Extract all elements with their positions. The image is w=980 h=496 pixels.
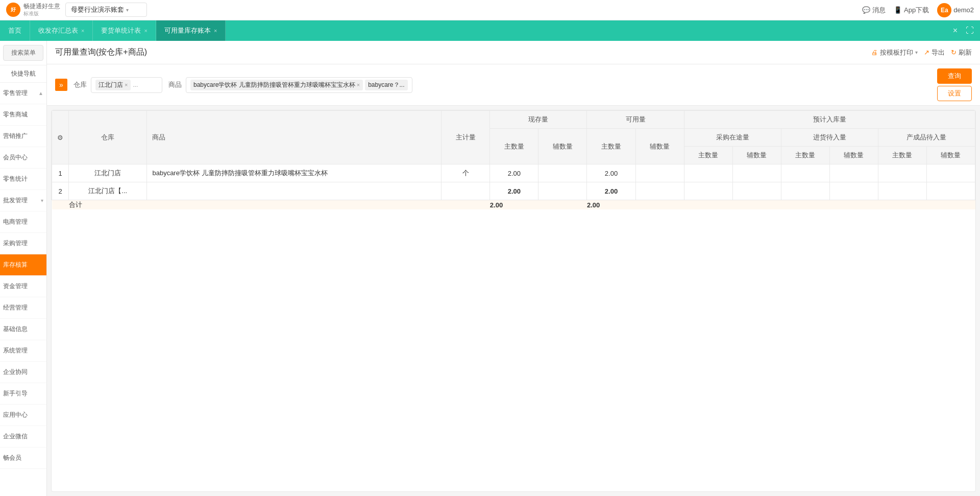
sidebar-item-enterprise-wx[interactable]: 企业微信	[0, 426, 46, 447]
warehouse-more-btn[interactable]: ...	[133, 81, 138, 88]
data-table: ⚙ 仓库 商品 主计量 现存量 可用量 预计入库量 主数量 辅数量 主数量 辅数…	[52, 110, 975, 209]
sidebar-item-operations[interactable]: 经营管理	[0, 297, 46, 319]
sidebar-item-ecommerce-label: 电商管理	[3, 218, 28, 226]
cell-available-aux-2	[635, 182, 684, 200]
chevron-up-icon: ▲	[38, 90, 43, 96]
tab-close-all-btn[interactable]: ×	[951, 24, 960, 37]
sidebar-item-basic-info[interactable]: 基础信息	[0, 319, 46, 340]
chevron-down-icon: ▾	[126, 7, 129, 13]
th-current-stock: 现存量	[490, 111, 587, 129]
table-row: 2 江北门店【... 2.00 2.00	[52, 182, 975, 200]
top-bar-right: 💬 消息 📱 App下载 Ea demo2	[862, 3, 974, 17]
th-product: 商品	[147, 111, 442, 164]
tab-receipt[interactable]: 收发存汇总表 ×	[30, 20, 93, 41]
th-products: 产成品待入量	[878, 129, 975, 147]
sidebar-item-retail-mgmt[interactable]: 零售管理 ▲	[0, 83, 46, 104]
print-btn[interactable]: 🖨 按模板打印 ▾	[871, 48, 918, 57]
tab-available[interactable]: 可用量库存账本 ×	[156, 20, 226, 41]
cell-product-2	[147, 182, 442, 200]
sidebar-item-ecommerce[interactable]: 电商管理	[0, 211, 46, 233]
org-selector[interactable]: 母婴行业演示账套 ▾	[65, 3, 147, 17]
th-unit: 主计量	[442, 111, 490, 164]
tab-order[interactable]: 要货单统计表 ×	[93, 20, 156, 41]
sidebar-item-retail-mall[interactable]: 零售商城	[0, 104, 46, 126]
total-products-aux	[926, 200, 975, 210]
tab-order-close[interactable]: ×	[144, 28, 147, 34]
logo-icon: 好	[6, 3, 20, 17]
sidebar-item-enterprise[interactable]: 企业协同	[0, 362, 46, 383]
product-tag-1-value: babycare学饮杯 儿童防摔防撞吸管杯重力球吸嘴杯宝宝水杯	[193, 81, 355, 89]
sidebar-item-app-center[interactable]: 应用中心	[0, 405, 46, 426]
cell-available-main: 2.00	[587, 164, 635, 182]
warehouse-label: 仓库	[74, 80, 87, 89]
product-input[interactable]: babycare学饮杯 儿童防摔防撞吸管杯重力球吸嘴杯宝宝水杯 × babyca…	[186, 77, 412, 93]
print-label: 按模板打印	[880, 48, 913, 57]
query-btn[interactable]: 查询	[937, 68, 972, 84]
tab-home[interactable]: 首页	[0, 20, 30, 41]
sidebar-item-member[interactable]: 会员中心	[0, 147, 46, 169]
sidebar-item-purchase[interactable]: 采购管理	[0, 233, 46, 254]
cell-product: babycare学饮杯 儿童防摔防撞吸管杯重力球吸嘴杯宝宝水杯	[147, 164, 442, 182]
cell-current-aux-2	[538, 182, 587, 200]
filter-right-btns: 查询 设置	[937, 68, 972, 101]
tab-receipt-close[interactable]: ×	[81, 28, 84, 34]
total-available-aux	[635, 200, 684, 210]
expand-filter-btn[interactable]: »	[55, 79, 67, 91]
sidebar-item-finance-label: 资金管理	[3, 282, 28, 291]
cell-warehouse: 江北门店	[69, 164, 147, 182]
total-current-aux	[538, 200, 587, 210]
search-menu-btn[interactable]: 搜索菜单	[3, 45, 43, 61]
setting-btn[interactable]: 设置	[937, 86, 972, 101]
sidebar-item-wholesale[interactable]: 批发管理 ▾	[0, 190, 46, 211]
th-settings[interactable]: ⚙	[52, 111, 69, 164]
table-container[interactable]: ⚙ 仓库 商品 主计量 现存量 可用量 预计入库量 主数量 辅数量 主数量 辅数…	[51, 110, 976, 492]
sidebar-item-new-guide[interactable]: 新手引导	[0, 383, 46, 405]
total-products-main	[878, 200, 926, 210]
logo-text-area: 畅捷通好生意 标准版	[23, 3, 60, 17]
cell-current-aux	[538, 164, 587, 182]
sidebar: 搜索菜单 快捷导航 零售管理 ▲ 零售商城 营销推广 会员中心 零售统计 批发管…	[0, 41, 47, 496]
quick-nav-btn[interactable]: 快捷导航	[0, 65, 46, 83]
sidebar-item-marketing[interactable]: 营销推广	[0, 126, 46, 147]
th-current-aux: 辅数量	[538, 129, 587, 164]
export-label: 导出	[932, 48, 945, 57]
cell-arrivals-aux-2	[829, 182, 878, 200]
org-name: 母婴行业演示账套	[71, 5, 124, 14]
cell-current-main: 2.00	[490, 164, 538, 182]
warehouse-tag-remove[interactable]: ×	[125, 82, 128, 88]
tab-available-close[interactable]: ×	[214, 28, 217, 34]
app-download-label: App下载	[904, 6, 929, 15]
export-btn[interactable]: ↗ 导出	[924, 48, 945, 57]
warehouse-input[interactable]: 江北门店 × ...	[91, 77, 162, 93]
sidebar-item-system-label: 系统管理	[3, 346, 28, 355]
cell-products-aux-2	[926, 182, 975, 200]
user-avatar-btn[interactable]: Ea demo2	[937, 3, 974, 17]
sidebar-item-finance[interactable]: 资金管理	[0, 276, 46, 297]
app-download-btn[interactable]: 📱 App下载	[894, 6, 929, 15]
print-chevron-icon: ▾	[915, 50, 918, 55]
message-btn[interactable]: 💬 消息	[862, 6, 886, 15]
tab-home-label: 首页	[8, 26, 21, 35]
product-tag-1-remove[interactable]: ×	[357, 82, 360, 88]
sidebar-item-retail-stats[interactable]: 零售统计	[0, 169, 46, 190]
total-available-main: 2.00	[587, 200, 635, 210]
total-purchase-main	[684, 200, 732, 210]
th-available-main: 主数量	[587, 129, 635, 164]
sidebar-item-inventory[interactable]: 库存核算	[0, 254, 46, 276]
message-icon: 💬	[862, 6, 870, 14]
cell-purchase-aux	[732, 164, 781, 182]
refresh-btn[interactable]: ↻ 刷新	[951, 48, 972, 57]
cell-available-aux	[635, 164, 684, 182]
tab-order-label: 要货单统计表	[101, 26, 141, 35]
cell-index: 1	[52, 164, 69, 182]
sidebar-item-vip[interactable]: 畅会员	[0, 447, 46, 469]
sidebar-item-system[interactable]: 系统管理	[0, 340, 46, 362]
cell-products-main	[878, 164, 926, 182]
mobile-icon: 📱	[894, 6, 902, 14]
tab-available-label: 可用量库存账本	[164, 26, 211, 35]
content-area: 可用量查询(按仓库+商品) 🖨 按模板打印 ▾ ↗ 导出 ↻ 刷新 »	[47, 41, 980, 496]
tab-bar: 首页 收发存汇总表 × 要货单统计表 × 可用量库存账本 × × ⛶	[0, 20, 980, 41]
cell-current-main-2: 2.00	[490, 182, 538, 200]
tab-fullscreen-btn[interactable]: ⛶	[964, 24, 976, 37]
total-current-main: 2.00	[490, 200, 538, 210]
